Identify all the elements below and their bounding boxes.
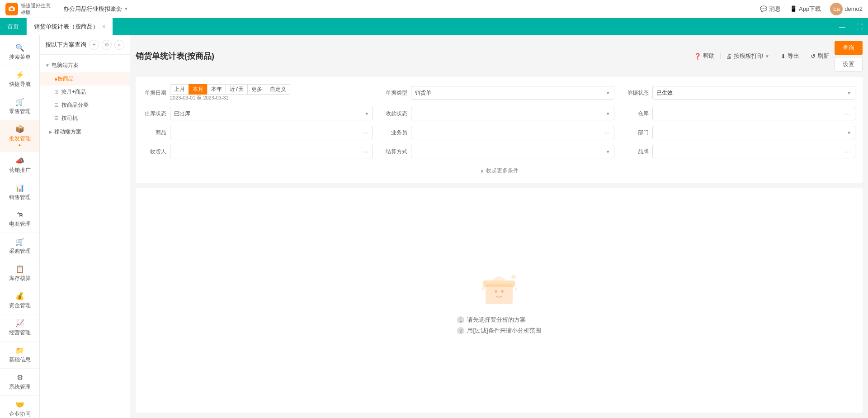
sidebar-item-finance[interactable]: 💰 资金管理 — [0, 287, 39, 314]
sidebar-item-wholesale[interactable]: 📦 批发管理 ▲ — [0, 120, 39, 152]
tree-item-by-category[interactable]: ☰ 按商品分类 — [40, 99, 130, 112]
divider1 — [720, 53, 721, 59]
out-status-label: 出库状态 — [143, 110, 166, 118]
maximize-btn[interactable]: ⛶ — [851, 18, 868, 35]
add-scheme-btn[interactable]: + — [89, 40, 99, 50]
out-status-input[interactable]: 已出库 ▼ — [170, 107, 373, 120]
tree-item-by-month-product[interactable]: ⊞ 按月+商品 — [40, 86, 130, 99]
tree-item-by-printer-label: 按司机 — [61, 114, 78, 122]
empty-hints: 1 请先选择要分析的方案 2 用[过滤]条件来缩小分析范围 — [457, 316, 541, 337]
sidebar-item-basic[interactable]: 📁 基础信息 — [0, 342, 39, 369]
minimize-btn[interactable]: — — [834, 18, 851, 35]
logo-icon — [5, 3, 18, 15]
enterprise-icon: 🤝 — [15, 400, 24, 409]
sidebar-item-purchase[interactable]: 🛒 采购管理 — [0, 233, 39, 260]
workspace-select[interactable]: 办公用品行业模拟账套 ▼ — [63, 5, 128, 13]
print-arrow-icon: ▼ — [765, 54, 769, 59]
sidebar-item-marketing[interactable]: 📣 营销推广 — [0, 152, 39, 179]
settings-btn[interactable]: 设置 — [835, 57, 863, 71]
filter-product: 商品 ··· — [143, 126, 373, 139]
tree-item-icon2: ☰ — [54, 102, 59, 108]
purchase-icon: 🛒 — [15, 238, 24, 246]
download-icon: 📱 — [790, 5, 797, 12]
sidebar-item-inventory[interactable]: 📋 库存核算 — [0, 260, 39, 287]
refresh-btn[interactable]: ↺ 刷新 — [811, 52, 829, 60]
sidebar-item-system[interactable]: ⚙ 系统管理 — [0, 369, 39, 396]
date-tab-lastmonth[interactable]: 上月 — [170, 84, 189, 95]
payment-input[interactable]: ▼ — [411, 145, 614, 158]
warehouse-input[interactable]: ··· — [652, 107, 855, 120]
settings-scheme-btn[interactable]: ⚙ — [102, 40, 112, 50]
operation-icon: 📈 — [15, 319, 24, 328]
doc-type-input[interactable]: 销货单 ▼ — [411, 86, 614, 100]
filter-warehouse: 仓库 ··· — [625, 107, 855, 120]
filter-brand: 品牌 ··· — [625, 145, 855, 158]
collapse-btn[interactable]: ∧ 收起更多条件 — [480, 167, 519, 175]
collapse-panel-btn[interactable]: « — [114, 40, 124, 50]
tree-item-by-product[interactable]: ● 按商品 — [40, 72, 130, 86]
sidebar-item-search[interactable]: 🔍 搜索菜单 — [0, 39, 39, 66]
tree-mobile-label: 移动端方案 — [54, 128, 81, 136]
filter-collection-status: 收款状态 ▼ — [384, 107, 614, 120]
filter-row-4: 收货人 ··· 结算方式 ▼ — [143, 145, 855, 158]
tree-pc-arrow-icon: ▼ — [45, 63, 50, 68]
doc-type-control: 销货单 ▼ — [411, 86, 614, 100]
template-print-btn[interactable]: 🖨 按模板打印 ▼ — [726, 52, 769, 60]
tree-pc-section[interactable]: ▼ 电脑端方案 — [40, 58, 130, 72]
main-layout: 🔍 搜索菜单 ⚡ 快捷导航 🛒 零售管理 📦 批发管理 ▲ 📣 营销推广 � — [0, 35, 868, 418]
active-dot-icon: ● — [54, 76, 57, 82]
sidebar-item-retail[interactable]: 🛒 零售管理 — [0, 93, 39, 120]
sidebar-item-quicknav[interactable]: ⚡ 快捷导航 — [0, 66, 39, 93]
tab-home[interactable]: 首页 — [0, 18, 27, 35]
quicknav-icon: ⚡ — [15, 71, 24, 79]
export-btn[interactable]: ⬇ 导出 — [781, 52, 799, 60]
svg-point-7 — [501, 290, 504, 293]
doc-status-input[interactable]: 已生效 ▼ — [652, 86, 855, 100]
filter-doc-type: 单据类型 销货单 ▼ — [384, 86, 614, 100]
collection-status-arrow-icon: ▼ — [606, 111, 610, 116]
help-icon: ❓ — [694, 53, 701, 60]
empty-state: 1 请先选择要分析的方案 2 用[过滤]条件来缩小分析范围 — [136, 188, 863, 413]
help-btn[interactable]: ❓ 帮助 — [694, 52, 715, 60]
product-input[interactable]: ··· — [170, 126, 373, 139]
collection-status-input[interactable]: ▼ — [411, 107, 614, 120]
message-btn[interactable]: 💬 消息 — [760, 5, 781, 13]
collection-status-control: ▼ — [411, 107, 614, 120]
date-range: 2023-03-01 至 2023-03-31 — [170, 95, 373, 101]
recipient-label: 收货人 — [143, 148, 166, 156]
date-tab-thisyear[interactable]: 本年 — [207, 84, 226, 95]
department-arrow-icon: ▼ — [847, 130, 851, 135]
panel-icons: + ⚙ « — [89, 40, 124, 50]
tab-close-icon[interactable]: × — [102, 24, 105, 30]
sidebar: 🔍 搜索菜单 ⚡ 快捷导航 🛒 零售管理 📦 批发管理 ▲ 📣 营销推广 � — [0, 35, 40, 418]
sidebar-item-enterprise[interactable]: 🤝 企业协同 — [0, 396, 39, 418]
salesperson-input[interactable]: ··· — [411, 126, 614, 139]
date-tab-custom[interactable]: 自定义 — [266, 84, 290, 95]
topbar-left: 畅捷通好生意 标版 办公用品行业模拟账套 ▼ — [5, 2, 128, 15]
app-download-btn[interactable]: 📱 App下载 — [790, 5, 821, 13]
search-icon: 🔍 — [15, 43, 24, 52]
sidebar-item-ecommerce[interactable]: 🛍 电商管理 — [0, 206, 39, 233]
brand-input[interactable]: ··· — [652, 145, 855, 158]
tree-section: ▼ 电脑端方案 ● 按商品 ⊞ 按月+商品 ☰ 按商品分类 ☰ 按司机 — [40, 55, 130, 142]
doc-type-arrow-icon: ▼ — [606, 90, 610, 95]
window-controls: — ⛶ — [834, 18, 868, 35]
date-tab-thismonth[interactable]: 本月 — [189, 84, 207, 95]
page-title: 销货单统计表(按商品) — [136, 51, 214, 62]
tree-item-by-printer[interactable]: ☰ 按司机 — [40, 112, 130, 125]
tree-item-by-month-label: 按月+商品 — [61, 88, 86, 96]
department-input[interactable]: ▼ — [652, 126, 855, 139]
sidebar-item-sales[interactable]: 📊 销售管理 — [0, 179, 39, 206]
query-btn[interactable]: 查询 — [835, 41, 863, 55]
user-area[interactable]: Ea demo2 — [830, 3, 863, 15]
tab-active[interactable]: 销货单统计表（按商品） × — [27, 18, 113, 35]
sidebar-item-operation[interactable]: 📈 经营管理 — [0, 314, 39, 342]
recipient-input[interactable]: ··· — [170, 145, 373, 158]
tree-mobile-section[interactable]: ▶ 移动端方案 — [40, 125, 130, 139]
date-tab-more[interactable]: 更多 — [247, 84, 266, 95]
date-tab-7days[interactable]: 近7天 — [226, 84, 247, 95]
divider2 — [775, 53, 775, 59]
empty-svg — [476, 263, 522, 309]
sales-icon: 📊 — [15, 184, 24, 192]
warehouse-control: ··· — [652, 107, 855, 120]
